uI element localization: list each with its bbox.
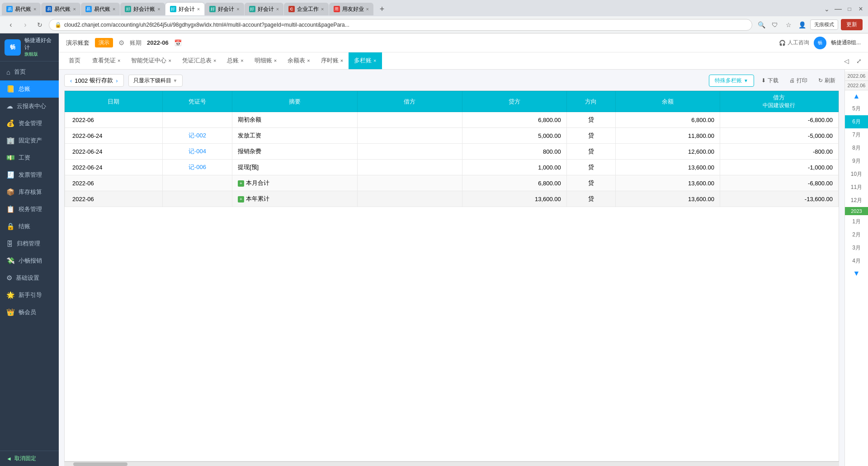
tab-balance-close[interactable]: × (307, 58, 310, 63)
url-bar[interactable]: 🔒 cloud2.chanjet.com/accounting/uh26t264… (49, 19, 752, 31)
date-5yue[interactable]: 5月 (845, 102, 868, 115)
sidebar-item-archive[interactable]: 🗄 归档管理 (0, 235, 59, 252)
browser-tab-3[interactable]: 易 易代账 × (81, 3, 120, 15)
profile-icon[interactable]: 👤 (797, 19, 807, 30)
tab4-close[interactable]: × (157, 6, 160, 12)
refresh-button[interactable]: ↻ 刷新 (815, 75, 839, 86)
maximize-button[interactable]: □ (844, 4, 855, 14)
tab2-close[interactable]: × (73, 6, 75, 12)
shield-icon[interactable]: 🛡 (769, 19, 780, 30)
tab3-close[interactable]: × (113, 6, 115, 12)
tab-balance[interactable]: 余额表 × (282, 52, 315, 70)
scroll-down-arrow[interactable]: ▼ (851, 268, 862, 279)
expand-panel-button[interactable]: ⤢ (854, 56, 864, 66)
tab-detail-ledger[interactable]: 明细账 × (249, 52, 282, 70)
unpin-button[interactable]: ◄ 取消固定 (0, 451, 59, 466)
browser-tab-4[interactable]: 好 好会计账 × (120, 3, 165, 15)
horizontal-scrollbar[interactable] (64, 461, 839, 466)
date-8yue[interactable]: 8月 (845, 141, 868, 155)
new-tab-button[interactable]: + (376, 3, 388, 15)
update-button[interactable]: 更新 (841, 19, 863, 30)
tab-list-button[interactable]: ⌄ (821, 4, 832, 14)
wuhen-button[interactable]: 无痕模式 (810, 19, 838, 30)
special-columns-button[interactable]: 特殊多栏账 ▼ (709, 75, 754, 87)
tab9-close[interactable]: × (366, 6, 369, 12)
tab-sequence-close[interactable]: × (340, 58, 343, 63)
calendar-icon[interactable]: 📅 (174, 39, 182, 47)
browser-tab-8[interactable]: C 企业工作 × (284, 3, 328, 15)
tab-sequence[interactable]: 序时账 × (316, 52, 349, 70)
sidebar-item-invoice[interactable]: 🧾 发票管理 (0, 166, 59, 184)
sidebar-item-fund[interactable]: 💰 资金管理 (0, 115, 59, 132)
table-row: 2022-06-24 记-002 发放工资 5,000.00 贷 11,800.… (65, 128, 839, 144)
sidebar-item-guide[interactable]: 🌟 新手引导 (0, 287, 59, 304)
sidebar-item-asset[interactable]: 🏢 固定资产 (0, 132, 59, 149)
tab8-close[interactable]: × (321, 6, 324, 12)
search-icon[interactable]: 🔍 (756, 19, 767, 30)
date-12yue[interactable]: 12月 (845, 194, 868, 207)
sidebar-item-tax[interactable]: 📋 税务管理 (0, 201, 59, 218)
next-account-button[interactable]: › (115, 77, 118, 84)
tab7-close[interactable]: × (276, 6, 279, 12)
print-button[interactable]: 🖨 打印 (786, 75, 811, 86)
tab-general-ledger-close[interactable]: × (241, 58, 243, 63)
date-6yue[interactable]: 6月 (845, 115, 868, 128)
tab6-close[interactable]: × (236, 6, 239, 12)
cell-voucher[interactable]: 记-004 (162, 144, 232, 160)
sidebar-item-member[interactable]: 👑 畅会员 (0, 304, 59, 321)
scroll-thumb[interactable] (73, 462, 127, 466)
date-3yue[interactable]: 3月 (845, 241, 868, 254)
tab-home[interactable]: 首页 (62, 52, 87, 70)
tab5-close[interactable]: × (197, 6, 200, 12)
cell-voucher[interactable]: 记-006 (162, 160, 232, 175)
date-7yue[interactable]: 7月 (845, 128, 868, 141)
back-button[interactable]: ‹ (5, 19, 16, 30)
sidebar-item-inventory[interactable]: 📦 库存核算 (0, 184, 59, 201)
date-11yue[interactable]: 11月 (845, 181, 868, 194)
settings-gear-icon[interactable]: ⚙ (118, 39, 124, 47)
cell-voucher[interactable]: 记-002 (162, 128, 232, 144)
tab-detail-ledger-close[interactable]: × (274, 58, 277, 63)
date-4yue[interactable]: 4月 (845, 254, 868, 268)
browser-tab-6[interactable]: 好 好会计 × (205, 3, 244, 15)
date-9yue[interactable]: 9月 (845, 155, 868, 168)
tab-smart-voucher[interactable]: 智能凭证中心 × (126, 52, 176, 70)
scroll-up-arrow[interactable]: ▲ (851, 90, 862, 102)
sidebar-item-payroll[interactable]: 💵 工资 (0, 149, 59, 166)
tab1-close[interactable]: × (33, 6, 36, 12)
tab-voucher-summary-close[interactable]: × (213, 58, 216, 63)
download-button[interactable]: ⬇ 下载 (758, 75, 782, 86)
tab-multi-column-close[interactable]: × (373, 58, 376, 63)
browser-tab-2[interactable]: 易 易代账 × (41, 3, 80, 15)
star-icon[interactable]: ☆ (783, 19, 794, 30)
tab-voucher-summary[interactable]: 凭证汇总表 × (177, 52, 222, 70)
sidebar-item-settings[interactable]: ⚙ 基础设置 (0, 269, 59, 287)
sidebar-item-closing[interactable]: 🔒 结账 (0, 218, 59, 235)
prev-account-button[interactable]: ‹ (69, 77, 73, 84)
tab-smart-voucher-close[interactable]: × (168, 58, 171, 63)
forward-button[interactable]: › (20, 19, 31, 30)
date-2yue[interactable]: 2月 (845, 228, 868, 241)
reload-button[interactable]: ↻ (34, 19, 45, 30)
collapse-panel-button[interactable]: ◁ (841, 56, 852, 66)
sidebar-item-ledger[interactable]: 📒 总账 (0, 80, 59, 98)
minimize-button[interactable]: — (833, 4, 844, 14)
sidebar-item-expense[interactable]: 💸 小畅报销 (0, 252, 59, 269)
date-10yue[interactable]: 10月 (845, 168, 868, 181)
browser-tab-9[interactable]: 用 用友好业 × (329, 3, 373, 15)
tab-view-voucher[interactable]: 查看凭证 × (87, 52, 126, 70)
user-avatar[interactable]: 畅 (814, 37, 826, 49)
account-selector[interactable]: ‹ 1002 银行存款 › (64, 74, 124, 87)
browser-tab-5[interactable]: 好 好会计 × (165, 3, 204, 15)
browser-tab-7[interactable]: 好 好会计 × (245, 3, 283, 15)
sidebar-item-home[interactable]: ⌂ 首页 (0, 63, 59, 80)
tab-general-ledger[interactable]: 总账 × (222, 52, 249, 70)
tab-multi-column[interactable]: 多栏账 × (349, 52, 382, 70)
browser-tab-1[interactable]: 易 易代账 × (2, 3, 41, 15)
customer-service-button[interactable]: 🎧 人工咨询 (779, 39, 809, 47)
tab-view-voucher-close[interactable]: × (118, 58, 120, 63)
sidebar-item-report[interactable]: ☁ 云报表中心 (0, 98, 59, 115)
date-1yue[interactable]: 1月 (845, 215, 868, 228)
filter-dropdown[interactable]: 只显示下级科目 ▼ (128, 75, 183, 87)
close-window-button[interactable]: × (855, 4, 866, 14)
